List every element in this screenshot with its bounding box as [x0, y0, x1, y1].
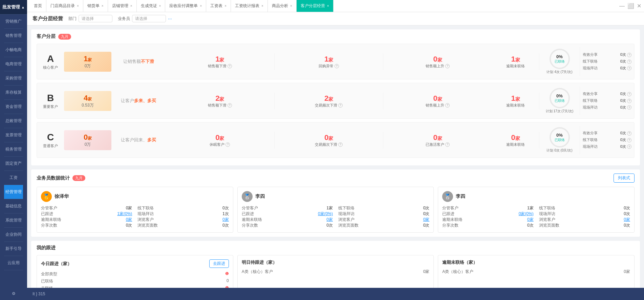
biz-name: 徐泽华 — [55, 193, 69, 200]
followup-section: 我的跟进 今日跟进（家） 去跟进 全部类型❶ 已联络0 未联络❶ — [31, 241, 640, 288]
sales-filter: 业务员 请选择 ··· — [118, 15, 172, 22]
sidebar-item-采购管理[interactable]: 采购管理 — [4, 71, 23, 86]
tier-circle-C: 0% 已联络 计划 0次 (0天/次) — [539, 126, 580, 154]
biz-stat-row: 分享次数 0次 — [442, 223, 533, 228]
tier-stats-B: 2家 销售额下滑 ? 2家 交易频次下滑 ? 0家 销售额上升 ? — [166, 93, 492, 109]
tab-商品分析[interactable]: 商品分析× — [268, 0, 297, 12]
tier-gauge-C: 0% 已联络 — [550, 127, 570, 147]
tab-close-应收应付调整单[interactable]: × — [200, 4, 202, 8]
sidebar-item-资金管理[interactable]: 资金管理 — [4, 100, 23, 114]
biz-stat-row: 已跟进 0家(0%) — [242, 211, 333, 217]
tab-close-工资统计报表[interactable]: × — [261, 4, 263, 8]
biz-stat-row: 浏览页面数 0次 — [137, 223, 229, 228]
sidebar-item-电商管理[interactable]: 电商管理 — [4, 57, 23, 71]
today-row-1: 全部类型❶ — [41, 271, 229, 278]
window-minimize-icon[interactable]: — — [619, 3, 625, 9]
tier-stats-C: 0家 休眠客户 ? 0家 交易频次下滑 ? 0家 已激活客户 ? — [166, 132, 492, 148]
tier-tip-B: 让客户多来、多买 — [111, 98, 166, 104]
tab-生成凭证[interactable]: 生成凭证× — [137, 0, 166, 12]
sidebar-item-基础信息[interactable]: 基础信息 — [4, 199, 23, 213]
sidebar-item-固定资产[interactable]: 固定资产 — [4, 157, 23, 171]
sidebar-item-总账管理[interactable]: 总账管理 — [4, 114, 23, 128]
tab-close-门店商品目录[interactable]: × — [77, 4, 79, 8]
tier-right-stats-A: 有效分享 0次 ? 线下联络 0次 ? 现场拜访 0次 ? — [580, 51, 634, 71]
sidebar-item-税务管理[interactable]: 税务管理 — [4, 142, 23, 157]
biz-stat-row: 分享次数 0次 — [41, 223, 132, 228]
biz-stat-row: 逾期未联络 0家 — [242, 217, 333, 223]
sidebar-item-库存核算[interactable]: 库存核算 — [4, 86, 23, 100]
biz-card-2: 🥈 李四 分管客户 1家 已跟进 0家(0%) 逾期未联络 0家 分享次数 0次… — [438, 187, 635, 233]
biz-stat-row: 现场拜访 0次 — [338, 211, 429, 217]
tomorrow-row-1: A类（核心）客户0家 — [242, 268, 430, 275]
biz-month-badge: 九月 — [72, 175, 85, 181]
list-view-btn[interactable]: 列表式 — [614, 174, 635, 183]
biz-stat-row: 逾期未联络 0家 — [41, 217, 132, 223]
sidebar-gear-icon[interactable]: ⚙ — [0, 287, 27, 300]
biz-avatar: 🥈 — [242, 191, 253, 202]
sidebar-item-营销推广[interactable]: 营销推广 — [4, 15, 23, 29]
tier-contact-A: 1家 逾期未联络 — [492, 53, 539, 70]
sidebar-collapse-icon[interactable]: ▲ — [21, 5, 25, 9]
window-restore-icon[interactable]: ⬜ — [627, 3, 634, 9]
sidebar-item-小畅电商[interactable]: 小畅电商 — [4, 43, 23, 57]
biz-card-header: 🥈 李四 — [242, 191, 430, 202]
tab-close-客户分层经营[interactable]: × — [327, 4, 329, 8]
today-followup-title: 今日跟进（家） 去跟进 — [41, 259, 229, 268]
tier-stat-item: 0家 销售额上升 ? — [383, 93, 492, 109]
tab-工资表[interactable]: 工资表× — [206, 0, 231, 12]
dept-filter: 部门 请选择 — [68, 15, 112, 22]
biz-stat-row: 分管客户 1家 — [242, 205, 333, 211]
biz-stat-row: 浏览页面数 0次 — [539, 223, 630, 228]
bottom-text: It } 315 — [33, 292, 45, 296]
tab-close-工资表[interactable]: × — [224, 4, 227, 8]
biz-stat-row: 逾期未联络 0家 — [442, 217, 533, 223]
tier-count-B: 4家 0.53万 — [64, 91, 111, 111]
tier-stats-A: 1家 销售额下滑 ? 1家 回购异常 ? 0家 销售额上升 ? — [166, 53, 492, 70]
biz-stat-row: 已跟进 1家(0%) — [41, 211, 132, 217]
tier-row-B: B 重要客户 4家 0.53万 让客户多来、多买 2家 销售额下滑 ? 2家 交… — [37, 83, 635, 119]
sidebar-item-销售管理[interactable]: 销售管理 — [4, 29, 23, 43]
tier-label-B: B 重要客户 — [37, 93, 64, 109]
biz-stat-row: 浏览客户 0家 — [137, 217, 229, 223]
tab-门店商品目录[interactable]: 门店商品目录× — [46, 0, 83, 12]
biz-stat-row: 线下联络 0次 — [137, 205, 229, 211]
goto-followup-btn[interactable]: 去跟进 — [209, 259, 229, 268]
biz-section: 业务员数据统计 九月 列表式 🥇 徐泽华 分管客户 0家 已跟进 1家(0%) … — [31, 169, 640, 237]
biz-stat-row: 线下联络 0次 — [539, 205, 630, 211]
sidebar-item-企业协同[interactable]: 企业协同 — [4, 228, 23, 242]
sidebar-item-系统管理[interactable]: 系统管理 — [4, 213, 23, 228]
window-close-icon[interactable]: ✕ — [637, 3, 641, 9]
biz-stat-row: 浏览页面数 0次 — [338, 223, 429, 228]
sidebar-item-经营管理[interactable]: 经营管理 — [4, 185, 23, 199]
tab-销货单[interactable]: 销货单× — [83, 0, 108, 12]
tab-close-生成凭证[interactable]: × — [159, 4, 161, 8]
tab-首页[interactable]: 首页 — [30, 0, 46, 12]
biz-section-title: 业务员数据统计 — [37, 175, 70, 181]
dept-select[interactable]: 请选择 — [79, 15, 112, 22]
tier-stat-item: 1家 销售额下滑 ? — [166, 53, 275, 70]
tab-close-商品分析[interactable]: × — [290, 4, 292, 8]
tier-stat-item: 0家 销售额上升 ? — [383, 53, 492, 70]
tab-客户分层经营[interactable]: 客户分层经营× — [297, 0, 334, 12]
tab-close-店铺管理[interactable]: × — [130, 4, 132, 8]
sidebar-item-工资[interactable]: 工资 — [4, 171, 23, 185]
tier-right-stats-C: 有效分享 0次 ? 线下联络 0次 ? 现场拜访 0次 ? — [580, 130, 634, 150]
followup-section-title: 我的跟进 — [37, 245, 56, 251]
biz-stats-grid: 分管客户 1家 已跟进 0家(0%) 逾期未联络 0家 分享次数 0次 线下联络… — [242, 205, 430, 228]
tab-店铺管理[interactable]: 店铺管理× — [108, 0, 137, 12]
biz-stats-left: 分管客户 1家 已跟进 0家(0%) 逾期未联络 0家 分享次数 0次 — [442, 205, 533, 228]
sidebar-item-新手引导[interactable]: 新手引导 — [4, 242, 23, 256]
tier-stat-item: 2家 销售额下滑 ? — [166, 93, 275, 109]
tier-stat-item: 0家 休眠客户 ? — [166, 132, 275, 148]
sales-select[interactable]: 请选择 — [132, 15, 166, 22]
tier-right-stats-B: 有效分享 0次 ? 线下联络 0次 ? 现场拜访 0次 ? — [580, 91, 634, 111]
sidebar-item-云应用[interactable]: 云应用 — [4, 256, 23, 270]
tab-应收应付调整单[interactable]: 应收应付调整单× — [165, 0, 206, 12]
tab-close-销货单[interactable]: × — [102, 4, 104, 8]
dept-label: 部门 — [68, 16, 77, 22]
tab-工资统计报表[interactable]: 工资统计报表× — [231, 0, 268, 12]
more-filter-btn[interactable]: ··· — [168, 16, 172, 21]
sales-label: 业务员 — [118, 16, 130, 22]
today-row-3: 未联络❶ — [41, 285, 229, 288]
sidebar-item-发票管理[interactable]: 发票管理 — [4, 128, 23, 142]
